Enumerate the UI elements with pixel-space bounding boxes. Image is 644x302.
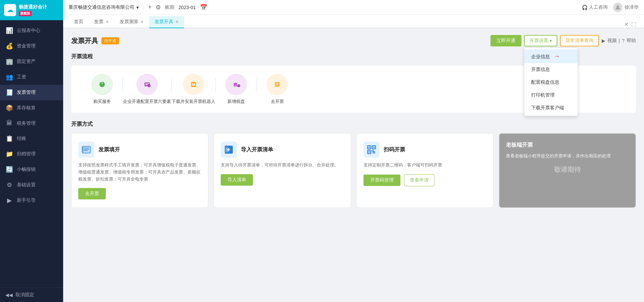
dropdown-item-dayinji[interactable]: 打印机管理 — [524, 89, 577, 102]
svg-rect-27 — [225, 147, 228, 152]
tab-kaiqu-close[interactable]: ✕ — [175, 20, 179, 24]
sidebar-item-xinshouyindao[interactable]: ▶ 新手引导 — [0, 193, 63, 208]
tiankhai-go-button[interactable]: 去开票 — [78, 188, 106, 199]
sidebar-item-xiaochang[interactable]: 🔄 小畅报销 — [0, 162, 63, 177]
sidebar-nav: 📊 云报表中心 💰 资金管理 🏢 固定资产 👥 工资 🧾 发票管理 📦 库存核算… — [0, 20, 63, 288]
video-button[interactable]: ▶ 视频 | ? 帮助 — [602, 38, 636, 44]
step-buy: 购买服务 — [82, 74, 122, 105]
method-tiankhai-header: 发票填开 — [78, 142, 201, 158]
saoma-view-button[interactable]: 查看申请 — [404, 174, 434, 186]
settings-button-label: 开票设置 — [529, 38, 548, 44]
svg-rect-11 — [193, 83, 194, 85]
sidebar-item-jiezhang[interactable]: 📋 结账 — [0, 131, 63, 146]
calendar-icon[interactable]: 📅 — [200, 4, 207, 11]
dropdown-item-kaipiaoxinxi[interactable]: 开票信息 — [524, 63, 577, 76]
svg-text:税: 税 — [233, 82, 238, 87]
page-title-area: 发票开具 待开通 — [71, 36, 119, 45]
step-download-icon — [183, 74, 204, 95]
people-icon: 👥 — [5, 73, 13, 81]
cancel-fixed-label: 取消固定 — [15, 292, 34, 298]
period-label: 账期 — [165, 4, 174, 10]
sidebar-item-guidang[interactable]: 📁 归档管理 — [0, 146, 63, 162]
page-content: 发票开具 待开通 立即开通 开票设置 ▾ 企业信息 → — [63, 28, 644, 302]
methods-section-title: 开票方式 — [71, 121, 636, 128]
folder-icon: 📁 — [5, 150, 13, 158]
immediate-open-button[interactable]: 立即开通 — [490, 35, 521, 46]
step-invoice-icon — [266, 74, 288, 95]
play-icon: ▶ — [5, 197, 13, 204]
svg-rect-31 — [368, 146, 370, 148]
sidebar-item-jichushezhi[interactable]: ⚙ 基础设置 — [0, 177, 63, 193]
sidebar-item-shuiwu[interactable]: 🏛 税务管理 — [0, 116, 63, 131]
invoice-methods: 发票填开 支持按照发票样式手工填开发票；可开具增值税电子普通发票、增值税普通发票… — [71, 133, 636, 208]
step-config: + 企业开通配置开票六要素 — [123, 74, 171, 105]
dropdown-kaipiao-label: 开票信息 — [531, 67, 550, 72]
svg-rect-32 — [373, 146, 375, 148]
daoru-import-button[interactable]: 导入清单 — [221, 174, 253, 186]
step-addtax: 税 + 新增税盘 — [216, 74, 256, 105]
exception-list-button[interactable]: 异常清单查询 — [560, 35, 599, 46]
service-button[interactable]: 🎧 人工咨询 — [582, 4, 608, 10]
chart-icon: 📊 — [5, 27, 13, 34]
dropdown-qiyexinxi-label: 企业信息 — [531, 54, 550, 59]
sidebar-item-gongzi[interactable]: 👥 工资 — [0, 69, 63, 85]
company-selector[interactable]: 重庆畅捷交通信息咨询有限公司 ▾ — [69, 4, 139, 10]
settings-button[interactable]: 开票设置 ▾ — [524, 35, 557, 46]
maximize-icon[interactable]: ⛶ — [631, 22, 636, 27]
avatar — [613, 3, 622, 12]
method-card-daoru: 导入开票清单 支持导入待开票清单，可对待开票清单进行拆分、合并处理。 导入清单 — [214, 133, 351, 208]
tab-fapiao[interactable]: 发票 ✕ — [89, 16, 114, 28]
svg-text:+: + — [148, 85, 150, 87]
tab-cesuan-close[interactable]: ✕ — [140, 20, 144, 24]
headset-icon: 🎧 — [582, 5, 588, 10]
method-card-tiankhai: 发票填开 支持按照发票样式手工填开发票；可开具增值税电子普通发票、增值税普通发票… — [71, 133, 208, 208]
chevron-down-icon: ▾ — [136, 5, 139, 10]
method-saoma-header: 扫码开票 — [363, 142, 486, 158]
help-label: 帮助 — [627, 38, 636, 44]
video-label: 视频 — [607, 38, 617, 44]
username: 徐泽华 — [625, 4, 639, 10]
method-saoma-icon — [363, 142, 380, 158]
logo-text: 畅捷通好会计 旗舰版 — [19, 4, 47, 16]
sidebar-item-zijin[interactable]: 💰 资金管理 — [0, 38, 63, 54]
topbar-divider1: | — [143, 5, 144, 10]
method-daoru-title: 导入开票清单 — [241, 146, 273, 153]
step-config-icon: + — [136, 74, 158, 95]
user-info[interactable]: 徐泽华 — [613, 3, 639, 12]
method-card-saoma: 扫码开票 支持定制开票二维码，客户端可扫码开票 开票码管理 查看申请 — [356, 133, 493, 208]
dropdown-item-peizhi[interactable]: 配置税盘信息 — [524, 76, 577, 89]
sidebar-item-label: 新手引导 — [17, 197, 36, 203]
disabled-label: 敬请期待 — [506, 165, 629, 174]
sidebar-item-label: 小畅报销 — [17, 166, 36, 173]
step-download: 下载并安装开票机器人 — [172, 74, 215, 105]
tab-fapiaocesuan[interactable]: 发票测算 ✕ — [114, 16, 149, 28]
settings-icon[interactable]: ⚙ — [156, 4, 161, 11]
sidebar-item-fapiao[interactable]: 🧾 发票管理 — [0, 85, 63, 100]
service-label: 人工咨询 — [589, 4, 608, 10]
tab-fapiaokaiqu[interactable]: 发票开具 ✕ — [149, 16, 184, 28]
logo-main: 畅捷通好会计 — [19, 4, 47, 10]
add-icon[interactable]: + — [148, 4, 152, 11]
sidebar-bottom-cancel[interactable]: ◀◀ 取消固定 — [0, 288, 63, 302]
sidebar-item-gudingzichan[interactable]: 🏢 固定资产 — [0, 54, 63, 69]
step-addtax-label: 新增税盘 — [227, 99, 245, 105]
method-tiankhai-desc: 支持按照发票样式手工填开发票；可开具增值税电子普通发票、增值税普通发票、增值税专… — [78, 162, 201, 183]
sidebar-item-label: 资金管理 — [17, 43, 36, 49]
dropdown-item-xiazai[interactable]: 下载开票客户端 — [524, 102, 577, 114]
close-window-icon[interactable]: ✕ — [624, 21, 629, 28]
dropdown-peizhi-label: 配置税盘信息 — [531, 79, 559, 85]
sidebar-item-kucun[interactable]: 📦 库存核算 — [0, 100, 63, 116]
saoma-manage-button[interactable]: 开票码管理 — [363, 175, 400, 186]
logo: ☁ 畅捷通好会计 旗舰版 — [0, 0, 63, 20]
sidebar-item-yunbao[interactable]: 📊 云报表中心 — [0, 23, 63, 38]
method-saoma-desc: 支持定制开票二维码，客户端可扫码开票 — [363, 162, 486, 169]
sidebar-item-label: 结账 — [17, 136, 26, 142]
page-title: 发票开具 — [71, 36, 98, 45]
methods-section: 开票方式 — [71, 121, 636, 208]
tab-home-label: 首页 — [74, 19, 83, 25]
tab-home[interactable]: 首页 — [69, 16, 89, 28]
tab-fapiao-close[interactable]: ✕ — [105, 20, 109, 24]
method-daoru-header: 导入开票清单 — [221, 142, 344, 158]
dropdown-item-qiyexinxi[interactable]: 企业信息 → — [524, 49, 577, 63]
topbar: 重庆畅捷交通信息咨询有限公司 ▾ | + ⚙ 账期 2023-01 📅 🎧 人工… — [63, 0, 644, 15]
